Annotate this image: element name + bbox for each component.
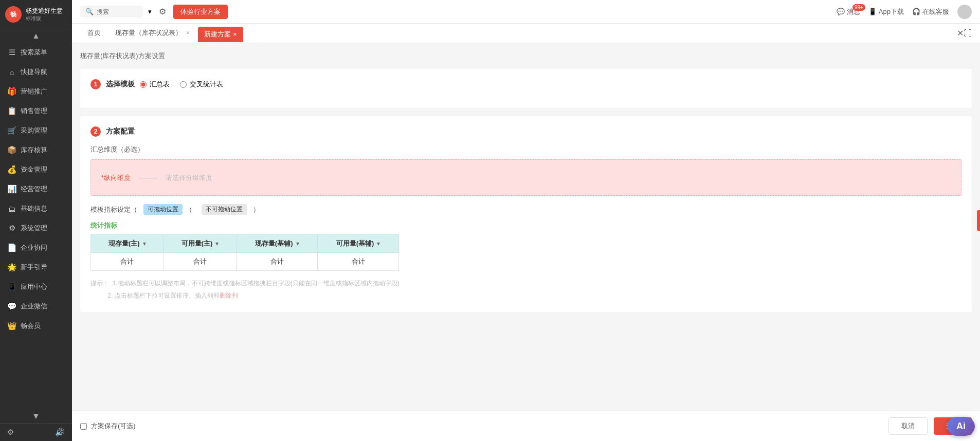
- sidebar-item-purchase[interactable]: 🛒 采购管理: [0, 121, 72, 140]
- app-download-button[interactable]: 📱 App下载: [868, 7, 904, 16]
- tab-new-scheme[interactable]: 新建方案 ×: [198, 27, 243, 42]
- sidebar-item-finance[interactable]: 💰 资金管理: [0, 160, 72, 179]
- app-center-icon: 📱: [7, 282, 16, 291]
- col4-dropdown[interactable]: ▾: [377, 240, 380, 247]
- col1-dropdown[interactable]: ▾: [143, 240, 146, 247]
- search-icon: 🔍: [85, 8, 94, 15]
- stats-table: 现存量(主) ▾ 可用量(主) ▾ 现存量(基辅: [90, 234, 399, 271]
- sidebar-item-label: 库存核算: [21, 145, 47, 155]
- radio-cross[interactable]: 交叉统计表: [180, 80, 223, 89]
- step1-number: 1: [90, 79, 101, 89]
- sidebar-item-inventory[interactable]: 📦 库存核算: [0, 140, 72, 160]
- sidebar-item-label: 搜索菜单: [21, 48, 47, 57]
- step2-label: 方案配置: [106, 127, 135, 136]
- sidebar-bottom: ⚙ 🔊: [0, 423, 72, 441]
- sidebar-item-label: 快捷导航: [21, 67, 47, 77]
- sidebar-item-basic-info[interactable]: 🗂 基础信息: [0, 199, 72, 218]
- tab-inventory-close[interactable]: ×: [185, 29, 191, 36]
- footer-bar: 方案保存(可选) 取消 查询: [72, 411, 980, 441]
- sidebar-item-member[interactable]: 👑 畅会员: [0, 316, 72, 336]
- save-checkbox[interactable]: [80, 423, 87, 430]
- radio-cross-label: 交叉统计表: [190, 80, 223, 89]
- sales-icon: 📋: [7, 106, 16, 116]
- settings-button[interactable]: ⚙: [7, 428, 14, 437]
- finance-icon: 💰: [7, 165, 16, 174]
- dimension-required: *纵向维度: [101, 173, 131, 182]
- topbar-gear-button[interactable]: ⚙: [157, 5, 168, 19]
- sidebar-item-system[interactable]: ⚙ 系统管理: [0, 218, 72, 238]
- col2-dropdown[interactable]: ▾: [215, 240, 219, 247]
- col3-value: 合计: [237, 253, 318, 271]
- sidebar-item-label: 应用中心: [21, 282, 47, 291]
- col1-label: 现存量(主): [108, 239, 140, 248]
- save-option: 方案保存(可选): [80, 421, 136, 431]
- step2-number: 2: [90, 126, 101, 137]
- tip-delete-highlight: 删除列: [220, 292, 238, 299]
- topbar-right: 💬 消息 99+ 📱 App下载 🎧 在线客服: [837, 5, 972, 19]
- close-main-button[interactable]: ✕: [957, 28, 964, 38]
- search-input[interactable]: [97, 8, 138, 15]
- sidebar-item-app-center[interactable]: 📱 应用中心: [0, 277, 72, 297]
- sidebar-item-label: 营销推广: [21, 87, 47, 96]
- tab-new-close[interactable]: ×: [233, 30, 237, 38]
- resize-handle[interactable]: [977, 210, 980, 231]
- message-button[interactable]: 💬 消息 99+: [837, 7, 860, 16]
- logo-text-group: 畅捷通好生意 标准版: [26, 7, 63, 23]
- sidebar-item-marketing[interactable]: 🎁 营销推广: [0, 82, 72, 101]
- trial-button[interactable]: 体验行业方案: [173, 5, 228, 19]
- user-avatar[interactable]: [957, 5, 972, 19]
- inventory-icon: 📦: [7, 145, 16, 155]
- draggable-badge: 可拖动位置: [143, 204, 183, 215]
- sidebar-logo: 畅 畅捷通好生意 标准版: [0, 0, 72, 29]
- sidebar-nav: ☰ 搜索菜单 ⌂ 快捷导航 🎁 营销推广 📋 销售管理 🛒 采购管理 📦 库存核…: [0, 43, 72, 410]
- topbar-dropdown-icon: ▾: [148, 8, 152, 15]
- indicator-sep: ）: [189, 205, 195, 214]
- sidebar-item-newbie[interactable]: 🌟 新手引导: [0, 258, 72, 277]
- logo-icon: 畅: [5, 6, 22, 23]
- stats-label: 统计指标: [90, 221, 961, 230]
- sound-button[interactable]: 🔊: [55, 428, 65, 437]
- dimension-label: 汇总维度（必选）: [90, 145, 961, 154]
- marketing-icon: 🎁: [7, 87, 16, 96]
- radio-summary[interactable]: 汇总表: [140, 80, 170, 89]
- sidebar-item-sales[interactable]: 📋 销售管理: [0, 101, 72, 121]
- sidebar-item-enterprise-wechat[interactable]: 💬 企业微信: [0, 297, 72, 316]
- tab-inventory-status[interactable]: 现存量（库存状况表） ×: [108, 24, 198, 43]
- col2-label: 可用量(主): [182, 239, 213, 248]
- sidebar-scroll-down[interactable]: ▼: [0, 410, 72, 423]
- logo-sub: 标准版: [26, 15, 63, 22]
- indicator-settings: 模板指标设定（ 可拖动位置 ） 不可拖动位置 ）: [90, 204, 961, 215]
- sidebar-item-label: 资金管理: [21, 165, 47, 174]
- tips-section: 提示： 1.拖动标题栏可以调整布局，不可跨维度或指标区域拖拽栏目字段(只能在同一…: [90, 277, 961, 302]
- col2-value: 合计: [164, 253, 237, 271]
- newbie-icon: 🌟: [7, 263, 16, 272]
- non-draggable-badge: 不可拖动位置: [202, 204, 247, 215]
- step2-card: 2 方案配置 汇总维度（必选） *纵向维度 —— 请选择分组维度 模板指标设定（…: [80, 116, 972, 312]
- ai-badge[interactable]: Ai: [947, 417, 975, 436]
- sidebar-item-operations[interactable]: 📊 经营管理: [0, 179, 72, 199]
- col3-label: 现存量(基辅): [255, 239, 293, 248]
- col4-label: 可用量(基辅): [336, 239, 374, 248]
- sidebar-item-quick-nav[interactable]: ⌂ 快捷导航: [0, 62, 72, 82]
- expand-button[interactable]: ⛶: [964, 29, 972, 38]
- purchase-icon: 🛒: [7, 126, 16, 135]
- tab-inventory-label: 现存量（库存状况表）: [115, 28, 182, 38]
- phone-icon: 📱: [868, 8, 877, 15]
- dimension-selector[interactable]: *纵向维度 —— 请选择分组维度: [90, 159, 961, 196]
- dimension-placeholder: 请选择分组维度: [166, 173, 212, 182]
- sidebar-item-search-menu[interactable]: ☰ 搜索菜单: [0, 43, 72, 62]
- radio-cross-input[interactable]: [180, 81, 187, 88]
- basic-info-icon: 🗂: [7, 205, 16, 213]
- dimension-arrow: ——: [139, 172, 157, 183]
- cancel-button[interactable]: 取消: [888, 417, 928, 435]
- page-title: 现存量(库存状况表)方案设置: [80, 51, 972, 61]
- radio-summary-input[interactable]: [140, 81, 147, 88]
- stats-table-row: 合计 合计 合计 合计: [91, 253, 399, 271]
- main-area: 🔍 ▾ ⚙ 体验行业方案 💬 消息 99+ 📱 App下载 🎧 在线客服: [72, 0, 980, 441]
- col4-value: 合计: [318, 253, 399, 271]
- col3-dropdown[interactable]: ▾: [296, 240, 299, 247]
- tab-home[interactable]: 首页: [80, 24, 108, 43]
- online-service-button[interactable]: 🎧 在线客服: [912, 7, 949, 16]
- sidebar-scroll-up[interactable]: ▲: [0, 29, 72, 43]
- sidebar-item-enterprise[interactable]: 📄 企业协同: [0, 238, 72, 258]
